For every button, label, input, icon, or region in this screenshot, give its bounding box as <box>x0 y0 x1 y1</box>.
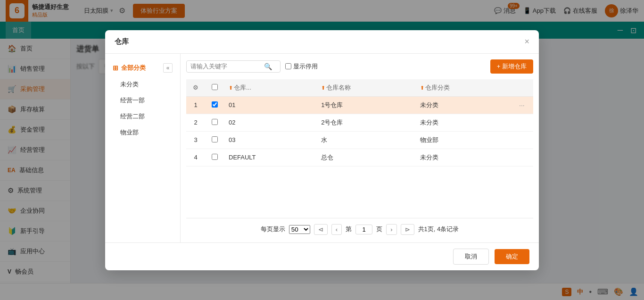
show-disabled-checkbox[interactable] <box>285 63 291 69</box>
category-item-property[interactable]: 物业部 <box>105 125 180 141</box>
search-icon[interactable]: 🔍 <box>264 63 272 70</box>
settings-icon: ⚙ <box>193 84 198 91</box>
sort-icon-cat: ⬆ <box>420 85 424 91</box>
collapse-button[interactable]: « <box>163 63 173 73</box>
row-code: 03 <box>224 131 316 149</box>
add-warehouse-button[interactable]: + 新增仓库 <box>490 59 533 74</box>
close-icon[interactable]: × <box>524 37 529 47</box>
row-checkbox[interactable] <box>212 119 218 125</box>
dialog-body: ⊞ 全部分类 « 未分类 经营一部 经营二部 物业部 🔍 <box>105 54 539 242</box>
first-page-button[interactable]: ⊲ <box>314 224 328 235</box>
row-actions[interactable]: ··· <box>514 96 533 114</box>
row-checkbox-cell[interactable] <box>205 131 224 149</box>
th-name: ⬆仓库名称 <box>316 79 415 97</box>
last-page-button[interactable]: ⊳ <box>401 224 414 235</box>
prev-page-button[interactable]: ‹ <box>331 224 342 235</box>
all-categories-header[interactable]: ⊞ 全部分类 « <box>105 59 180 76</box>
th-settings: ⚙ <box>186 79 205 97</box>
dialog-footer: 取消 确定 <box>105 242 539 270</box>
sort-icon-name: ⬆ <box>321 85 325 91</box>
row-no: 3 <box>186 131 205 149</box>
confirm-button[interactable]: 确定 <box>495 249 529 264</box>
row-category: 未分类 <box>415 114 514 131</box>
table-row[interactable]: 1 01 1号仓库 未分类 ··· <box>186 96 533 114</box>
select-all-checkbox[interactable] <box>212 84 218 90</box>
per-page-select[interactable]: 50 20 100 <box>289 225 310 234</box>
more-icon[interactable]: ··· <box>519 101 525 109</box>
row-actions[interactable] <box>514 131 533 149</box>
row-checkbox[interactable] <box>212 101 218 108</box>
th-category: ⬆仓库分类 <box>415 79 514 97</box>
table-toolbar: 🔍 显示停用 + 新增仓库 <box>186 59 533 74</box>
row-name: 2号仓库 <box>316 114 415 131</box>
table-row[interactable]: 2 02 2号仓库 未分类 <box>186 114 533 131</box>
page-number-input[interactable] <box>355 225 372 234</box>
dialog-overlay: 仓库 × ⊞ 全部分类 « 未分类 经营一部 经营二部 物业部 <box>0 0 644 300</box>
dialog-title: 仓库 <box>115 37 129 46</box>
sort-icon: ⬆ <box>229 85 233 91</box>
table-header-row: ⚙ ⬆仓库... ⬆仓库名称 <box>186 79 533 97</box>
warehouse-table: ⚙ ⬆仓库... ⬆仓库名称 <box>186 79 533 167</box>
cancel-button[interactable]: 取消 <box>453 249 489 265</box>
category-item-operations1[interactable]: 经营一部 <box>105 92 180 108</box>
row-actions[interactable] <box>514 114 533 131</box>
row-code: DEFAULT <box>224 149 316 166</box>
row-checkbox-cell[interactable] <box>205 96 224 114</box>
row-code: 01 <box>224 96 316 114</box>
table-area: 🔍 显示停用 + 新增仓库 ⚙ <box>181 54 539 242</box>
row-checkbox[interactable] <box>212 136 218 142</box>
category-item-unclassified[interactable]: 未分类 <box>105 76 180 92</box>
table-row[interactable]: 4 DEFAULT 总仓 未分类 <box>186 149 533 166</box>
row-no: 1 <box>186 96 205 114</box>
warehouse-dialog: 仓库 × ⊞ 全部分类 « 未分类 经营一部 经营二部 物业部 <box>105 30 539 270</box>
search-box: 🔍 <box>186 60 281 73</box>
row-checkbox-cell[interactable] <box>205 149 224 166</box>
category-item-operations2[interactable]: 经营二部 <box>105 108 180 125</box>
row-no: 2 <box>186 114 205 131</box>
row-category: 未分类 <box>415 96 514 114</box>
grid-icon: ⊞ <box>113 64 118 72</box>
row-no: 4 <box>186 149 205 166</box>
row-checkbox-cell[interactable] <box>205 114 224 131</box>
row-name: 水 <box>316 131 415 149</box>
row-checkbox[interactable] <box>212 154 218 160</box>
pagination: 每页显示 50 20 100 ⊲ ‹ 第 页 › ⊳ 共1页, 4条记录 <box>186 218 533 237</box>
search-input[interactable] <box>190 63 261 70</box>
th-checkbox <box>205 79 224 97</box>
row-category: 未分类 <box>415 149 514 166</box>
th-actions <box>514 79 533 97</box>
show-disabled-label[interactable]: 显示停用 <box>285 62 318 71</box>
row-name: 总仓 <box>316 149 415 166</box>
th-code: ⬆仓库... <box>224 79 316 97</box>
row-actions[interactable] <box>514 149 533 166</box>
row-category: 物业部 <box>415 131 514 149</box>
row-code: 02 <box>224 114 316 131</box>
row-name: 1号仓库 <box>316 96 415 114</box>
dialog-header: 仓库 × <box>105 30 539 54</box>
table-row[interactable]: 3 03 水 物业部 <box>186 131 533 149</box>
category-sidebar: ⊞ 全部分类 « 未分类 经营一部 经营二部 物业部 <box>105 54 181 242</box>
next-page-button[interactable]: › <box>386 224 396 235</box>
